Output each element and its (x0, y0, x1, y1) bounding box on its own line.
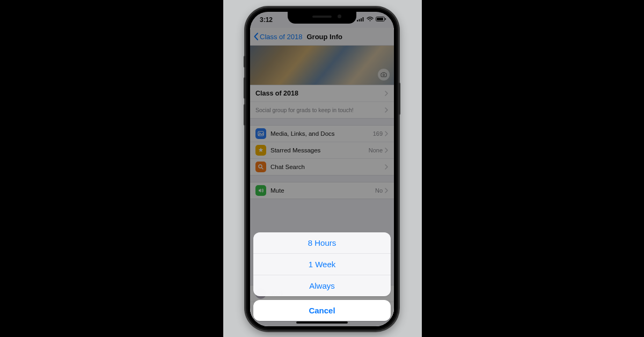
svg-rect-3 (363, 17, 364, 21)
notch (288, 12, 356, 24)
svg-rect-6 (377, 18, 383, 20)
cellular-icon (357, 17, 364, 21)
volume-down-button (244, 104, 246, 126)
mute-option-1-week[interactable]: 1 Week (253, 253, 391, 275)
svg-rect-0 (357, 20, 358, 21)
svg-point-4 (370, 20, 371, 21)
svg-rect-2 (361, 18, 362, 21)
action-sheet-options: 8 Hours 1 Week Always (253, 232, 391, 296)
mute-option-always[interactable]: Always (253, 275, 391, 296)
iphone-frame: 3:12 (246, 8, 398, 331)
cancel-button[interactable]: Cancel (253, 300, 391, 321)
silent-switch (244, 56, 246, 68)
phone-screen: 3:12 (250, 12, 394, 326)
volume-up-button (244, 77, 246, 99)
home-indicator[interactable] (296, 321, 348, 324)
wifi-icon (367, 17, 374, 21)
status-time: 3:12 (260, 16, 273, 24)
mute-option-8-hours[interactable]: 8 Hours (253, 232, 391, 253)
svg-rect-7 (385, 18, 386, 20)
side-button (398, 83, 400, 115)
mute-action-sheet: 8 Hours 1 Week Always Cancel (253, 232, 391, 321)
battery-icon (376, 17, 386, 21)
svg-rect-1 (359, 19, 360, 22)
